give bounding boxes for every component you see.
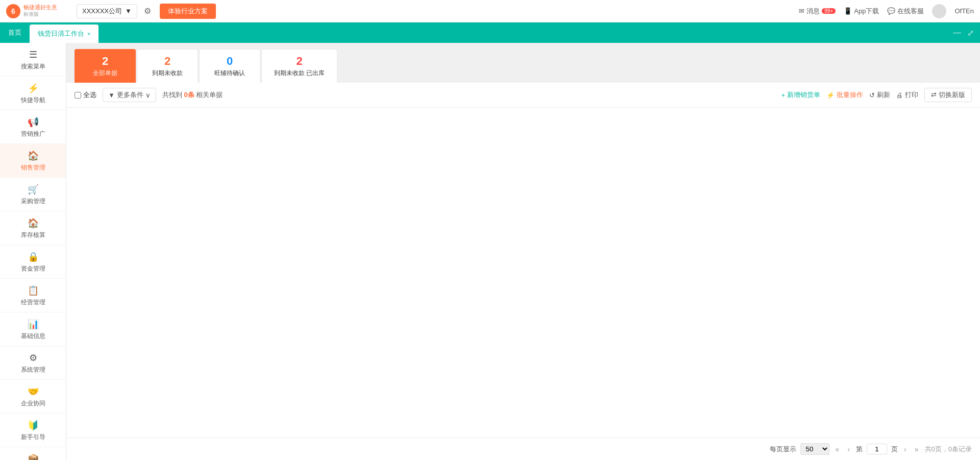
filter-label: 更多条件	[117, 90, 143, 100]
sidebar-item-label-basic-info: 基础信息	[21, 332, 45, 341]
add-order-button[interactable]: + 新增销货单	[781, 90, 821, 100]
sidebar-item-app-center[interactable]: 📦 应用中心	[0, 447, 66, 460]
trial-button[interactable]: 体验行业方案	[160, 4, 216, 19]
sidebar-item-operations[interactable]: 📋 经营管理	[0, 279, 66, 312]
stats-label-overdue: 到期未收款	[150, 69, 185, 78]
sidebar-item-label-funds: 资金管理	[21, 264, 45, 273]
company-name: XXXXXX公司	[82, 7, 122, 16]
sidebar-item-marketing[interactable]: 📢 营销推广	[0, 110, 66, 144]
dropdown-icon: ▼	[125, 7, 132, 15]
page-label: 第	[856, 445, 863, 454]
switch-label: 切换新版	[939, 91, 965, 99]
header-right: ✉ 消息 99+ 📱 App下载 💬 在线客服 OfTEn	[799, 4, 974, 18]
sidebar-item-enterprise[interactable]: 🤝 企业协同	[0, 380, 66, 414]
sidebar-item-search-menu[interactable]: ☰ 搜索菜单	[0, 43, 66, 77]
logo-area: 6 畅捷通好生意 标准版	[6, 4, 72, 18]
last-page-button[interactable]: »	[913, 444, 921, 454]
app-center-icon: 📦	[28, 453, 39, 460]
company-selector[interactable]: XXXXXX公司 ▼	[77, 4, 137, 18]
user-name: OfTEn	[954, 7, 974, 15]
found-count: 0条	[184, 91, 197, 99]
stats-tab-overdue[interactable]: 2 到期未收款	[137, 49, 198, 83]
sidebar-item-label-inventory: 库存核算	[21, 231, 45, 239]
print-label: 打印	[905, 90, 918, 100]
table-footer: 每页显示 50 20 100 « ‹ 第 页 › » 共0页，0条记录	[66, 438, 980, 460]
select-all-checkbox[interactable]: 全选	[75, 90, 96, 100]
sidebar-item-label-guide: 新手引导	[21, 433, 45, 442]
message-button[interactable]: ✉ 消息 99+	[799, 7, 836, 16]
total-info: 共0页，0条记录	[925, 445, 972, 454]
filter-button[interactable]: ▼ 更多条件 ∨	[103, 88, 156, 102]
sidebar-item-quick-nav[interactable]: ⚡ 快捷导航	[0, 77, 66, 110]
switch-icon: ⇄	[931, 91, 937, 99]
refresh-icon: ↺	[869, 91, 875, 99]
message-badge: 99+	[822, 8, 836, 14]
per-page-label: 每页显示	[770, 445, 796, 454]
sidebar-item-label-operations: 经营管理	[21, 298, 45, 307]
prev-page-button[interactable]: ‹	[845, 444, 852, 454]
batch-operation-button[interactable]: ⚡ 批量操作	[826, 90, 863, 100]
operations-icon: 📋	[28, 285, 39, 296]
sidebar-item-label-enterprise: 企业协同	[21, 399, 45, 408]
download-icon: 📱	[844, 7, 852, 15]
found-prefix: 共找到	[162, 91, 182, 99]
sidebar-item-purchase[interactable]: 🛒 采购管理	[0, 178, 66, 211]
refresh-label: 刷新	[877, 90, 890, 100]
tab-actions: — ⤢	[947, 28, 980, 38]
app-name: 畅捷通好生意	[23, 4, 57, 11]
sidebar-item-label-purchase: 采购管理	[21, 197, 45, 206]
tab-home[interactable]: 首页	[0, 22, 30, 43]
marketing-icon: 📢	[28, 116, 39, 128]
tab-active[interactable]: 钱货日清工作台 ×	[30, 25, 99, 43]
sidebar-item-guide[interactable]: 🔰 新手引导	[0, 414, 66, 447]
found-text: 共找到 0条 相关单据	[162, 90, 223, 100]
online-service-button[interactable]: 💬 在线客服	[887, 7, 924, 16]
stats-tab-all[interactable]: 2 全部单据	[75, 49, 136, 83]
settings-button[interactable]: ⚙	[140, 4, 155, 18]
tab-minimize-button[interactable]: —	[953, 28, 961, 38]
stats-tabs: 2 全部单据 2 到期未收款 0 旺辅待确认 2 到期未收款 已出库	[66, 43, 980, 83]
main-layout: ☰ 搜索菜单 ⚡ 快捷导航 📢 营销推广 🏠 销售管理 🛒 采购管理 🏠 库存核…	[0, 43, 980, 460]
select-all-label: 全选	[83, 90, 96, 100]
app-download-button[interactable]: 📱 App下载	[844, 7, 879, 16]
refresh-button[interactable]: ↺ 刷新	[869, 90, 890, 100]
tab-close-button[interactable]: ×	[87, 31, 90, 37]
print-button[interactable]: 🖨 打印	[896, 90, 918, 100]
tab-active-label: 钱货日清工作台	[38, 29, 84, 38]
select-all-input[interactable]	[75, 92, 81, 99]
sidebar-item-inventory[interactable]: 🏠 库存核算	[0, 211, 66, 245]
page-input[interactable]	[867, 444, 887, 454]
inventory-icon: 🏠	[28, 217, 39, 229]
top-header: 6 畅捷通好生意 标准版 XXXXXX公司 ▼ ⚙ 体验行业方案 ✉ 消息 99…	[0, 0, 980, 22]
app-download-label: App下载	[854, 7, 879, 16]
per-page-select[interactable]: 50 20 100	[800, 443, 829, 455]
sidebar-item-system[interactable]: ⚙ 系统管理	[0, 346, 66, 380]
stats-count-overdue: 2	[150, 55, 185, 68]
sidebar-item-sales[interactable]: 🏠 销售管理	[0, 144, 66, 178]
enterprise-icon: 🤝	[28, 386, 39, 397]
filter-arrow-icon: ∨	[145, 91, 151, 99]
system-icon: ⚙	[29, 352, 37, 364]
funds-icon: 🔒	[28, 251, 39, 262]
stats-count-all: 2	[87, 55, 123, 68]
sidebar-item-label-search-menu: 搜索菜单	[21, 62, 45, 71]
next-page-button[interactable]: ›	[902, 444, 909, 454]
filter-icon: ▼	[108, 91, 115, 99]
table-content-area	[66, 108, 980, 438]
batch-icon: ⚡	[826, 91, 835, 99]
stats-tab-overdue-out[interactable]: 2 到期未收款 已出库	[261, 49, 337, 83]
app-logo: 6	[6, 4, 20, 18]
search-menu-icon: ☰	[29, 49, 37, 60]
stats-label-all: 全部单据	[87, 69, 123, 78]
basic-info-icon: 📊	[28, 319, 39, 330]
switch-version-button[interactable]: ⇄ 切换新版	[924, 88, 972, 102]
sidebar-item-funds[interactable]: 🔒 资金管理	[0, 245, 66, 279]
avatar[interactable]	[932, 4, 946, 18]
first-page-button[interactable]: «	[834, 444, 842, 454]
stats-label-pending: 旺辅待确认	[212, 69, 248, 78]
add-order-label: 新增销货单	[787, 90, 820, 100]
stats-tab-pending[interactable]: 0 旺辅待确认	[199, 49, 260, 83]
service-icon: 💬	[887, 7, 895, 15]
sidebar-item-basic-info[interactable]: 📊 基础信息	[0, 312, 66, 346]
tab-maximize-button[interactable]: ⤢	[967, 28, 974, 38]
